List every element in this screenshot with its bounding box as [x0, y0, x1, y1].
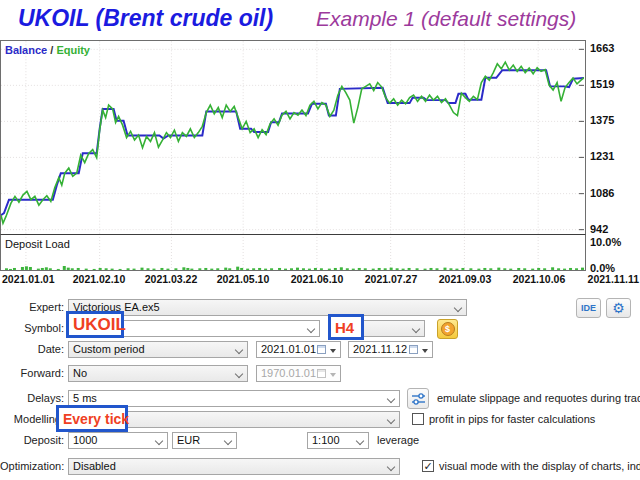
- deposit-load-bar: [133, 269, 136, 270]
- x-axis-label: 2021.01.01: [2, 273, 55, 285]
- forward-value: No: [73, 367, 87, 379]
- date-from-field[interactable]: 2021.01.01: [256, 341, 341, 358]
- deposit-load-bar: [443, 268, 446, 270]
- deposit-load-bar: [352, 269, 355, 270]
- deposit-load-bar: [210, 269, 213, 270]
- deposit-load-bar: [557, 268, 560, 270]
- y-axis-label: 1375: [590, 114, 614, 126]
- deposit-load-bar: [328, 269, 331, 270]
- deposit-load-bar: [204, 268, 207, 270]
- deposit-load-bar: [509, 269, 512, 270]
- deposit-load-bar: [85, 269, 88, 270]
- deposit-load-bar: [93, 269, 96, 270]
- chevron-down-icon: [412, 325, 420, 333]
- deposit-load-bar: [396, 268, 399, 270]
- expert-select[interactable]: Victorious EA.ex5: [68, 299, 467, 316]
- deposit-load-bar: [119, 269, 122, 270]
- deposit-load-bar: [320, 268, 323, 270]
- calendar-icon: [317, 369, 326, 378]
- deposit-load-bar: [489, 268, 492, 270]
- leverage-label: leverage: [377, 434, 419, 446]
- chart-legend: Balance / Equity: [5, 44, 90, 56]
- page-title-symbol: UKOIL (Brent crude oil): [18, 5, 273, 32]
- deposit-load-bar: [216, 268, 219, 270]
- deposit-load-bar: [296, 268, 299, 270]
- deposit-load-bar: [5, 268, 8, 270]
- deposit-load-bar: [531, 269, 534, 270]
- x-axis-label: 2021.11.11: [588, 273, 639, 285]
- currency-select[interactable]: EUR: [172, 432, 237, 449]
- visual-mode-checkbox[interactable]: ✓: [422, 460, 434, 472]
- dollar-coin-icon: $: [441, 322, 455, 336]
- y-axis-label: 1663: [590, 42, 614, 54]
- deposit-label: Deposit:: [0, 434, 64, 446]
- deposit-load-bar: [302, 268, 305, 270]
- forward-select[interactable]: No: [68, 365, 248, 382]
- sliders-icon: [411, 392, 426, 406]
- x-axis-label: 2021.06.10: [291, 273, 344, 285]
- deposit-load-bar: [37, 269, 40, 270]
- dropdown-arrow-icon: [422, 349, 428, 353]
- forward-date-value: 1970.01.01: [261, 367, 316, 379]
- deposit-load-bar: [45, 267, 48, 270]
- equity-line: [1, 62, 584, 223]
- deposit-load-bar: [9, 269, 12, 270]
- deposit-load-bar: [308, 269, 311, 270]
- optimization-select[interactable]: Disabled: [68, 458, 400, 475]
- delays-value: 5 ms: [73, 392, 97, 404]
- deposit-load-bar: [264, 269, 267, 270]
- deposit-load-bar: [290, 268, 293, 270]
- chevron-down-icon: [454, 304, 462, 312]
- deposit-load-bar: [270, 268, 273, 270]
- deposit-load-bar: [461, 268, 464, 270]
- chevron-down-icon: [155, 437, 163, 445]
- deposit-load-bar: [236, 267, 239, 270]
- forward-label: Forward:: [0, 367, 64, 379]
- x-axis-label: 2021.10.06: [513, 273, 566, 285]
- deposit-load-label: Deposit Load: [5, 238, 70, 250]
- deposit-amount-select[interactable]: 1000: [68, 432, 168, 449]
- deposit-load-canvas: [1, 237, 584, 270]
- leverage-select[interactable]: 1:100: [307, 432, 369, 449]
- profit-in-pips-checkbox[interactable]: [412, 413, 424, 425]
- date-period-select[interactable]: Custom period: [68, 341, 248, 358]
- deposit-load-bar: [346, 268, 349, 270]
- symbol-properties-button[interactable]: $: [437, 319, 458, 339]
- deposit-load-bar: [436, 268, 439, 270]
- chevron-down-icon: [356, 437, 364, 445]
- forward-date-field: 1970.01.01: [256, 365, 341, 382]
- deposit-load-bar: [224, 268, 227, 270]
- h4-annotation: H4: [328, 314, 364, 340]
- deposit-load-bar: [240, 268, 243, 270]
- slippage-settings-button[interactable]: [407, 388, 429, 409]
- dropdown-arrow-icon: [330, 349, 336, 353]
- legend-balance: Balance: [5, 44, 47, 56]
- deposit-load-bar: [469, 268, 472, 270]
- x-axis-label: 2021.02.10: [73, 273, 126, 285]
- deposit-load-bar: [13, 268, 16, 270]
- deposit-load-bar: [551, 267, 554, 270]
- legend-separator: /: [47, 44, 56, 56]
- deposit-load-bar: [186, 268, 189, 270]
- date-to-field[interactable]: 2021.11.12: [348, 341, 433, 358]
- date-from-value: 2021.01.01: [261, 343, 316, 355]
- deposit-load-bar: [455, 269, 458, 270]
- deposit-load-bar: [581, 268, 584, 270]
- y-axis-label: 1086: [590, 187, 614, 199]
- chevron-down-icon: [387, 463, 395, 471]
- gear-button[interactable]: ⚙: [606, 298, 631, 318]
- deposit-load-bar: [523, 268, 526, 270]
- slippage-note: emulate slippage and requotes during tra…: [437, 392, 640, 404]
- optimization-value: Disabled: [73, 460, 116, 472]
- deposit-load-bar: [424, 269, 427, 270]
- deposit-load-bar: [41, 268, 44, 270]
- deposit-max-label: 10.0%: [590, 236, 621, 248]
- gear-icon: ⚙: [612, 301, 625, 315]
- deposit-load-bar: [166, 269, 169, 270]
- currency-value: EUR: [177, 434, 200, 446]
- ide-button[interactable]: IDE: [576, 298, 601, 318]
- dropdown-arrow-icon: [330, 373, 336, 377]
- deposit-load-bar: [390, 268, 393, 270]
- deposit-load-bar: [358, 268, 361, 270]
- optimization-label: Optimization:: [0, 460, 64, 472]
